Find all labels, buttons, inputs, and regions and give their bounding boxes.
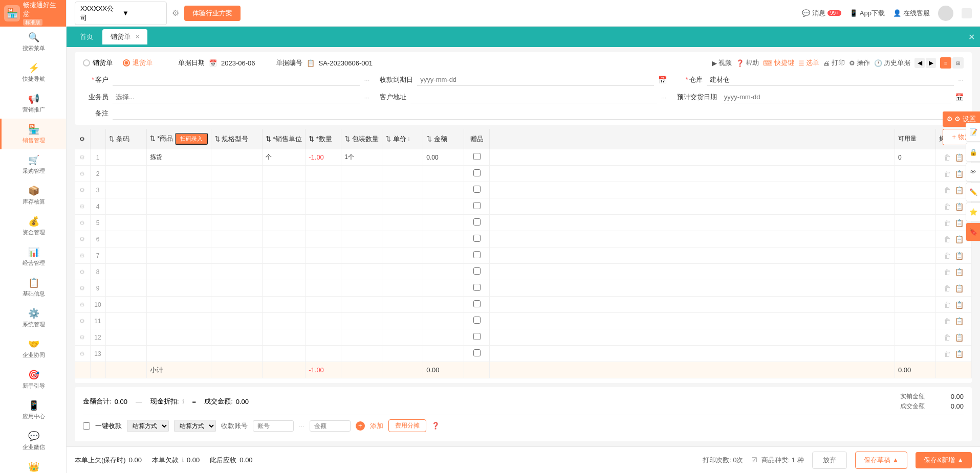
address-dots[interactable]: ··· (661, 94, 667, 101)
row-settings-2[interactable]: ⚙ (75, 182, 90, 198)
note-input[interactable] (113, 107, 964, 120)
sidebar-item-wechat[interactable]: 💬 企业微信 (0, 425, 66, 456)
row-qty-3[interactable] (306, 198, 341, 215)
delete-icon-0[interactable]: 🗑 (944, 153, 951, 162)
row-settings-10[interactable]: ⚙ (75, 313, 90, 329)
col-header-settings[interactable]: ⚙ (75, 129, 90, 149)
row-product-10[interactable] (146, 313, 211, 329)
delete-icon-10[interactable]: 🗑 (944, 317, 951, 325)
row-gift-3[interactable] (464, 198, 490, 215)
copy-icon-6[interactable]: 📋 (955, 252, 964, 260)
warehouse-input[interactable] (707, 74, 954, 86)
warehouse-dots[interactable]: ··· (958, 76, 964, 84)
copy-icon-12[interactable]: 📋 (955, 350, 964, 358)
row-barcode-0[interactable] (105, 149, 146, 166)
save-draft-btn[interactable]: 保存草稿 ▲ (855, 452, 908, 469)
row-gift-10[interactable] (464, 313, 490, 329)
row-settings-4[interactable]: ⚙ (75, 215, 90, 231)
salesperson-dots[interactable]: ··· (364, 94, 369, 101)
row-pack-5[interactable] (341, 231, 382, 247)
delete-icon-12[interactable]: 🗑 (944, 350, 951, 358)
row-pack-3[interactable] (341, 198, 382, 215)
row-settings-6[interactable]: ⚙ (75, 247, 90, 264)
row-desc-1[interactable] (490, 166, 895, 182)
row-spec-2[interactable] (211, 182, 262, 198)
delete-icon-2[interactable]: 🗑 (944, 186, 951, 194)
tab-sales-bill[interactable]: 销货单 × (102, 29, 147, 44)
delete-icon-7[interactable]: 🗑 (944, 268, 951, 276)
row-product-11[interactable] (146, 329, 211, 346)
radio-return[interactable]: 退货单 (123, 58, 153, 67)
row-amount-0[interactable]: 0.00 (423, 149, 464, 166)
delete-icon-3[interactable]: 🗑 (944, 202, 951, 211)
customer-address-input[interactable] (410, 91, 657, 103)
sidebar-item-search[interactable]: 🔍 搜索菜单 (0, 27, 66, 57)
row-gift-7[interactable] (464, 264, 490, 280)
company-selector[interactable]: XXXXXX公司 ▼ (75, 2, 167, 25)
sidebar-item-app-center[interactable]: 📱 应用中心 (0, 395, 66, 425)
row-spec-8[interactable] (211, 280, 262, 297)
salesperson-input[interactable] (113, 91, 360, 103)
row-amount-2[interactable] (423, 182, 464, 198)
row-unit-10[interactable] (262, 313, 306, 329)
row-settings-11[interactable]: ⚙ (75, 329, 90, 346)
row-amount-7[interactable] (423, 264, 464, 280)
row-desc-7[interactable] (490, 264, 895, 280)
copy-icon-10[interactable]: 📋 (955, 317, 964, 325)
row-price-4[interactable] (382, 215, 423, 231)
expected-date-input[interactable] (721, 91, 951, 103)
row-desc-3[interactable] (490, 198, 895, 215)
row-qty-4[interactable] (306, 215, 341, 231)
row-product-6[interactable] (146, 247, 211, 264)
row-settings-8[interactable]: ⚙ (75, 280, 90, 297)
expected-date-calendar-icon[interactable]: 📅 (955, 93, 964, 101)
rs-edit-btn[interactable]: ✏️ (966, 183, 980, 201)
row-qty-11[interactable] (306, 329, 341, 346)
row-gift-5[interactable] (464, 231, 490, 247)
rs-view-btn[interactable]: 👁 (966, 163, 980, 182)
row-qty-6[interactable] (306, 247, 341, 264)
app-download-btn[interactable]: 📱 App下载 (850, 9, 885, 18)
print-btn[interactable]: 🖨 打印 (823, 58, 845, 67)
row-pack-4[interactable] (341, 215, 382, 231)
row-qty-8[interactable] (306, 280, 341, 297)
expense-split-btn[interactable]: 费用分摊 (388, 419, 426, 432)
row-barcode-4[interactable] (105, 215, 146, 231)
delete-icon-4[interactable]: 🗑 (944, 219, 951, 227)
row-unit-1[interactable] (262, 166, 306, 182)
row-unit-7[interactable] (262, 264, 306, 280)
row-unit-0[interactable]: 个 (262, 149, 306, 166)
row-qty-7[interactable] (306, 264, 341, 280)
gear-settings-icon[interactable]: ⚙ (172, 8, 179, 18)
row-product-7[interactable] (146, 264, 211, 280)
add-payment-btn[interactable]: + (356, 421, 365, 431)
discard-btn[interactable]: 放弃 (812, 452, 847, 469)
account-input[interactable] (253, 420, 294, 432)
row-price-12[interactable] (382, 346, 423, 362)
row-desc-12[interactable] (490, 346, 895, 362)
row-barcode-2[interactable] (105, 182, 146, 198)
sidebar-item-collab[interactable]: 🤝 企业协同 (0, 333, 66, 364)
row-barcode-9[interactable] (105, 297, 146, 313)
sidebar-item-sales[interactable]: 🏪 销售管理 (0, 119, 66, 149)
row-pack-1[interactable] (341, 166, 382, 182)
row-product-4[interactable] (146, 215, 211, 231)
row-price-6[interactable] (382, 247, 423, 264)
row-amount-10[interactable] (423, 313, 464, 329)
row-desc-8[interactable] (490, 280, 895, 297)
row-unit-8[interactable] (262, 280, 306, 297)
row-amount-11[interactable] (423, 329, 464, 346)
row-gift-6[interactable] (464, 247, 490, 264)
user-avatar[interactable] (938, 6, 953, 21)
row-pack-6[interactable] (341, 247, 382, 264)
rs-notes-btn[interactable]: 📝 (966, 123, 980, 142)
row-price-0[interactable] (382, 149, 423, 166)
delete-icon-11[interactable]: 🗑 (944, 333, 951, 342)
row-gift-4[interactable] (464, 215, 490, 231)
row-pack-12[interactable] (341, 346, 382, 362)
prev-arrow[interactable]: ◀ (914, 58, 925, 68)
tab-close-btn[interactable]: × (136, 33, 140, 40)
copy-icon-5[interactable]: 📋 (955, 235, 964, 243)
row-settings-5[interactable]: ⚙ (75, 231, 90, 247)
one-click-pay-checkbox[interactable] (83, 422, 90, 430)
